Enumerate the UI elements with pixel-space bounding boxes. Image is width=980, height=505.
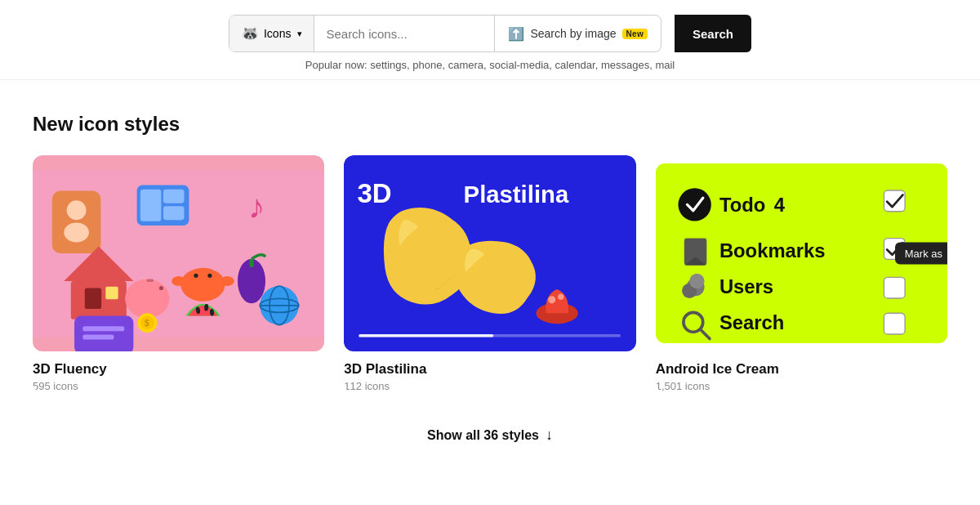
svg-text:Bookmarks: Bookmarks: [719, 239, 826, 261]
svg-text:$: $: [145, 319, 149, 328]
svg-point-26: [159, 286, 163, 290]
svg-text:Plastilina: Plastilina: [464, 181, 569, 208]
svg-rect-1: [52, 190, 101, 253]
svg-text:3D: 3D: [358, 178, 392, 208]
plastilina-svg: 3D Plastilina: [344, 155, 635, 351]
svg-text:Search: Search: [719, 311, 784, 333]
svg-rect-61: [884, 277, 905, 298]
svg-rect-65: [884, 313, 905, 334]
svg-point-17: [180, 268, 225, 302]
svg-point-27: [128, 300, 138, 307]
svg-text:4: 4: [773, 194, 785, 216]
android-svg: Todo 4 Bookmarks: [656, 155, 947, 351]
search-type-dropdown[interactable]: 🦝 Icons ▾: [229, 16, 314, 51]
android-card-name: Android Ice Cream: [656, 361, 947, 378]
popular-link-calendar[interactable]: calendar: [555, 59, 595, 71]
popular-links: settings, phone, camera, social-media, c…: [370, 59, 675, 71]
svg-text:Todo: Todo: [719, 194, 765, 216]
show-all-label: Show all 36 styles: [427, 428, 539, 443]
svg-point-24: [125, 279, 169, 318]
svg-point-25: [154, 284, 165, 296]
arrow-down-icon: ↓: [546, 427, 553, 444]
search-input[interactable]: [314, 16, 494, 51]
style-card-3d-plastilina[interactable]: 3D Plastilina: [344, 155, 635, 392]
style-card-3d-fluency[interactable]: ♪: [33, 155, 324, 392]
popular-link-messages[interactable]: messages: [601, 59, 649, 71]
svg-text:Users: Users: [719, 275, 773, 297]
section-title: New icon styles: [33, 113, 947, 136]
upload-icon: ⬆️: [508, 26, 524, 42]
svg-rect-13: [74, 316, 133, 351]
main-content: New icon styles: [16, 80, 964, 476]
fluency-card-name: 3D Fluency: [33, 361, 324, 378]
search-submit-button[interactable]: Search: [675, 15, 751, 52]
popular-link-social-media[interactable]: social-media: [489, 59, 549, 71]
svg-point-46: [558, 293, 564, 299]
style-card-android[interactable]: Todo 4 Bookmarks: [656, 155, 947, 392]
svg-point-21: [207, 274, 212, 278]
fluency-card-image: ♪: [33, 155, 324, 351]
popular-link-camera[interactable]: camera: [448, 59, 483, 71]
svg-rect-15: [82, 335, 114, 340]
search-bar: 🦝 Icons ▾ ⬆️ Search by image New: [229, 15, 662, 52]
popular-link-settings[interactable]: settings: [370, 59, 407, 71]
svg-rect-6: [163, 190, 185, 203]
svg-rect-28: [147, 279, 154, 281]
search-type-label: Icons: [264, 27, 291, 40]
svg-point-50: [678, 188, 710, 221]
plastilina-card-count: 112 icons: [344, 380, 635, 392]
android-card-image: Todo 4 Bookmarks: [656, 155, 947, 351]
styles-grid: ♪: [33, 155, 947, 392]
svg-rect-48: [359, 334, 494, 337]
svg-point-20: [194, 274, 198, 278]
svg-rect-12: [105, 287, 118, 299]
svg-rect-5: [140, 190, 162, 221]
fluency-card-count: 595 icons: [33, 380, 324, 392]
chevron-down-icon: ▾: [297, 29, 302, 39]
raccoon-icon: 🦝: [241, 25, 259, 42]
android-card-count: 1,501 icons: [656, 380, 947, 392]
svg-text:♪: ♪: [248, 188, 265, 226]
search-by-image-button[interactable]: ⬆️ Search by image New: [494, 16, 661, 51]
svg-rect-14: [82, 326, 124, 331]
popular-link-phone[interactable]: phone: [412, 59, 442, 71]
popular-link-mail[interactable]: mail: [655, 59, 675, 71]
svg-point-22: [172, 276, 185, 286]
plastilina-card-info: 3D Plastilina 112 icons: [344, 351, 635, 392]
svg-point-59: [689, 274, 704, 288]
new-badge: New: [622, 29, 648, 39]
android-card-info: Android Ice Cream 1,501 icons: [656, 351, 947, 392]
svg-point-2: [67, 200, 87, 220]
plastilina-card-image: 3D Plastilina: [344, 155, 635, 351]
plastilina-card-name: 3D Plastilina: [344, 361, 635, 378]
popular-now: Popular now: settings, phone, camera, so…: [305, 59, 675, 71]
fluency-card-info: 3D Fluency 595 icons: [33, 351, 324, 392]
svg-rect-11: [85, 288, 101, 310]
show-all-button[interactable]: Show all 36 styles ↓: [427, 427, 553, 444]
search-by-image-label: Search by image: [530, 27, 616, 40]
search-section: 🦝 Icons ▾ ⬆️ Search by image New Search …: [0, 0, 980, 80]
fluency-svg: ♪: [33, 155, 324, 351]
popular-now-prefix: Popular now:: [305, 59, 368, 71]
svg-rect-30: [249, 259, 253, 267]
svg-point-23: [220, 276, 234, 286]
svg-point-45: [548, 296, 555, 303]
svg-point-3: [64, 223, 89, 243]
show-all-section: Show all 36 styles ↓: [33, 418, 947, 460]
svg-rect-7: [163, 206, 185, 220]
